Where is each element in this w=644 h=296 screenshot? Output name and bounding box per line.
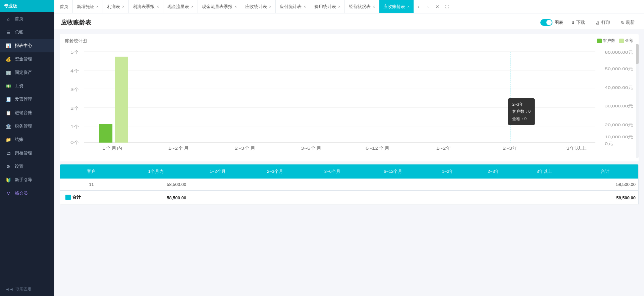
chart-legend: 客户数 金额 — [597, 38, 633, 44]
svg-text:1个: 1个 — [70, 124, 79, 129]
svg-text:4个: 4个 — [70, 68, 79, 73]
total-m2 — [189, 191, 246, 205]
chart-title: 账龄统计图 — [65, 38, 633, 44]
sidebar-item-guide[interactable]: 🔰 新手引导 — [0, 173, 54, 187]
tab-aging-close[interactable]: × — [407, 4, 410, 9]
col-m6: 3~6个月 — [304, 164, 361, 179]
table-row: 11 58,500.00 58,500.00 — [60, 179, 638, 191]
funds-icon: 💰 — [5, 56, 11, 62]
legend-customers: 客户数 — [597, 38, 615, 44]
reports-icon: 📊 — [5, 43, 11, 49]
tab-cashflow-close[interactable]: × — [191, 4, 194, 9]
tab-close-all[interactable]: ✕ — [433, 2, 442, 11]
tab-profit-close[interactable]: × — [122, 4, 124, 9]
print-button[interactable]: 🖨 打印 — [593, 18, 613, 27]
sidebar-item-funds[interactable]: 💰 资金管理 — [0, 52, 54, 66]
tab-nav-next[interactable]: › — [423, 2, 433, 11]
sidebar-item-tax[interactable]: 🏦 税务管理 — [0, 119, 54, 133]
sidebar: 专业版 ⌂ 首页 ☰ 总账 📊 报表中心 💰 资金管理 🏢 固定资产 💵 工资 … — [0, 0, 54, 296]
total-m6 — [304, 191, 361, 205]
page-header: 应收账龄表 图表 ⬇ 下载 🖨 打印 ↻ 刷新 — [54, 13, 644, 30]
total-total: 58,500.00 — [572, 191, 638, 205]
chart-toggle[interactable] — [540, 19, 552, 26]
aging-table: 客户 1个月内 1~2个月 2~3个月 3~6个月 6~12个月 1~2年 2~… — [60, 164, 638, 205]
tab-profit-quarter[interactable]: 利润表季报 × — [129, 0, 163, 13]
tab-payable-stat[interactable]: 应付统计表 × — [276, 0, 310, 13]
sidebar-item-settings[interactable]: ⚙ 设置 — [0, 160, 54, 173]
archive-icon: 🗂 — [5, 150, 11, 156]
chart-scrollbar[interactable] — [636, 44, 639, 158]
tab-receivable-stat[interactable]: 应收统计表 × — [241, 0, 276, 13]
total-y2 — [471, 191, 516, 205]
tab-voucher[interactable]: 新增凭证 × — [73, 0, 103, 13]
svg-text:40,000.00元: 40,000.00元 — [605, 86, 633, 90]
tab-aging[interactable]: 应收账龄表 × — [379, 0, 414, 13]
refresh-button[interactable]: ↻ 刷新 — [618, 18, 637, 27]
chart-area: 5个 4个 3个 2个 1个 0个 60,000.00元 50,000.00元 — [65, 47, 633, 154]
total-m12 — [361, 191, 425, 205]
col-y3: 3年以上 — [517, 164, 572, 179]
svg-text:3~6个月: 3~6个月 — [301, 146, 322, 150]
tab-business-stat[interactable]: 经营状况表 × — [345, 0, 379, 13]
sidebar-item-archive[interactable]: 🗂 归档管理 — [0, 146, 54, 160]
tab-payable-stat-close[interactable]: × — [304, 4, 306, 9]
salary-icon: 💵 — [5, 83, 11, 89]
tab-expense-stat[interactable]: 费用统计表 × — [310, 0, 345, 13]
svg-text:1~2个月: 1~2个月 — [168, 146, 190, 150]
chart-container: 账龄统计图 客户数 金额 5个 4个 3个 2个 — [60, 34, 639, 161]
sidebar-item-salary[interactable]: 💵 工资 — [0, 79, 54, 93]
main-area: 首页 新增凭证 × 利润表 × 利润表季报 × 现金流量表 × 现金流量表季报 … — [54, 0, 644, 296]
tab-cashflow-quarter[interactable]: 现金流量表季报 × — [198, 0, 241, 13]
tab-receivable-stat-close[interactable]: × — [269, 4, 271, 9]
sidebar-item-assets[interactable]: 🏢 固定资产 — [0, 66, 54, 79]
vip-icon: V — [5, 190, 11, 196]
cell-m1: 58,500.00 — [123, 179, 189, 191]
tab-cashflow[interactable]: 现金流量表 × — [163, 0, 198, 13]
sidebar-item-vip[interactable]: V 畅会员 — [0, 187, 54, 200]
pin-icon: ◄◄ — [5, 287, 13, 292]
cell-m2 — [189, 179, 246, 191]
svg-text:3个: 3个 — [70, 87, 79, 92]
chart-toggle-wrap: 图表 — [540, 19, 563, 26]
tab-home[interactable]: 首页 — [56, 0, 73, 13]
total-m1: 58,500.00 — [123, 191, 189, 205]
tab-voucher-close[interactable]: × — [96, 4, 99, 9]
total-y3 — [517, 191, 572, 205]
tab-business-stat-close[interactable]: × — [373, 4, 375, 9]
ledger-icon: ☰ — [5, 29, 11, 35]
cell-y2 — [471, 179, 516, 191]
svg-text:6~12个月: 6~12个月 — [366, 146, 390, 150]
sidebar-item-reports[interactable]: 📊 报表中心 — [0, 39, 54, 52]
tab-profit-quarter-close[interactable]: × — [157, 4, 159, 9]
tab-expense-stat-close[interactable]: × — [338, 4, 340, 9]
print-icon: 🖨 — [596, 20, 600, 25]
inventory-icon: 📋 — [5, 110, 11, 116]
total-icon-box — [65, 195, 71, 200]
assets-icon: 🏢 — [5, 69, 11, 76]
sidebar-pin-toggle[interactable]: ◄◄ 取消固定 — [0, 282, 54, 296]
sidebar-item-inventory[interactable]: 📋 进销台账 — [0, 106, 54, 119]
svg-text:3年以上: 3年以上 — [567, 146, 587, 150]
tab-profit[interactable]: 利润表 × — [103, 0, 129, 13]
cell-m12 — [361, 179, 425, 191]
sidebar-item-ledger[interactable]: ☰ 总账 — [0, 26, 54, 39]
tab-cashflow-quarter-close[interactable]: × — [234, 4, 237, 9]
sidebar-item-invoice[interactable]: 🧾 发票管理 — [0, 93, 54, 106]
tab-maximize[interactable]: ⛶ — [442, 2, 451, 11]
chart-svg: 5个 4个 3个 2个 1个 0个 60,000.00元 50,000.00元 — [65, 47, 633, 154]
total-m3 — [246, 191, 304, 205]
header-actions: 图表 ⬇ 下载 🖨 打印 ↻ 刷新 — [540, 18, 637, 27]
sidebar-item-closing[interactable]: 📁 结账 — [0, 133, 54, 146]
sidebar-item-home[interactable]: ⌂ 首页 — [0, 12, 54, 26]
chart-toggle-label: 图表 — [554, 19, 563, 26]
svg-text:10,000.00元: 10,000.00元 — [605, 135, 633, 139]
chart-scrollbar-thumb[interactable] — [636, 44, 639, 64]
app-logo: 专业版 — [0, 0, 54, 12]
guide-icon: 🔰 — [5, 177, 11, 183]
total-label: 合计 — [60, 191, 123, 205]
svg-text:2~3个月: 2~3个月 — [234, 146, 256, 150]
cell-y3 — [517, 179, 572, 191]
tab-nav-prev[interactable]: ‹ — [414, 2, 423, 11]
cell-y1 — [425, 179, 471, 191]
download-button[interactable]: ⬇ 下载 — [569, 18, 588, 27]
